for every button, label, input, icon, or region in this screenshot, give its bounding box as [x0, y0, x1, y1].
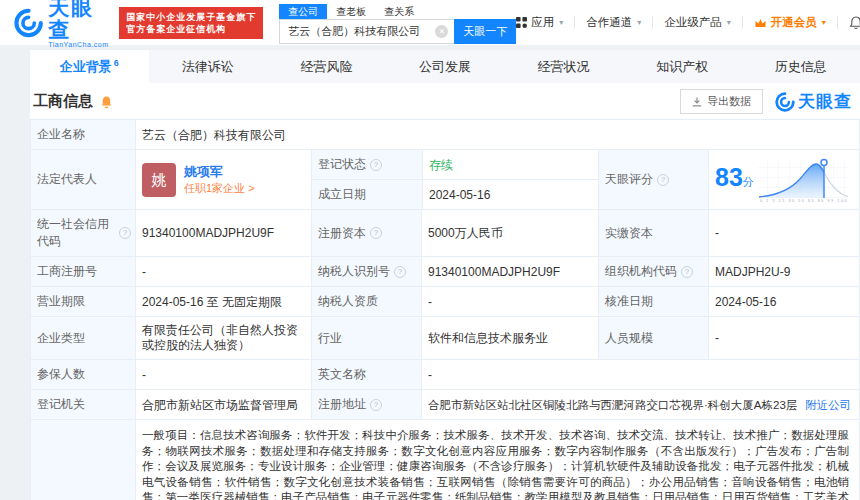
table-row: 登记机关 合肥市新站区市场监督管理局 注册地址? 合肥市新站区站北社区铜陵北路与… [31, 389, 859, 419]
legal-rep-link[interactable]: 姚项军 [184, 165, 255, 179]
field-label: 人员规模 [605, 330, 653, 347]
help-icon[interactable]: ? [681, 266, 693, 278]
table-row: 企业名称 艺云（合肥）科技有限公司 [31, 120, 859, 149]
menu-enterprise-label: 企业级产品 [664, 15, 722, 30]
field-label: 营业期限 [37, 293, 85, 310]
tianyancha-watermark-text: 天眼查 [798, 90, 852, 113]
divider [837, 16, 838, 29]
field-label: 天眼评分 [605, 171, 653, 188]
staff-size-value: - [708, 317, 860, 359]
notification-bell[interactable] [849, 15, 860, 30]
score-distribution-chart: 0 1 5 15 30 50 65 80 99 100 [756, 157, 851, 203]
paid-capital-value: - [708, 210, 860, 256]
table-row: 营业期限 2024-05-16 至 无固定期限 纳税人资质 - 核准日期 202… [31, 286, 859, 316]
industry-value: 软件和信息技术服务业 [421, 317, 598, 359]
search-button[interactable]: 天眼一下 [454, 19, 516, 44]
taxpayer-id-value: 91340100MADJPH2U9F [421, 257, 598, 286]
tianyancha-watermark-icon [775, 92, 795, 112]
tianyancha-watermark: 天眼查 [775, 90, 852, 113]
field-label: 注册地址 [318, 396, 366, 413]
field-label: 纳税人资质 [318, 293, 378, 310]
tab-history-info[interactable]: 历史信息 [741, 50, 860, 83]
company-name-value: 艺云（合肥）科技有限公司 [135, 120, 859, 149]
field-label: 企业类型 [37, 330, 85, 347]
score-unit: 分 [743, 175, 754, 189]
field-label: 英文名称 [318, 366, 366, 383]
approval-date-value: 2024-05-16 [708, 287, 860, 316]
search-tab-relation[interactable]: 查关系 [375, 4, 423, 19]
taxpayer-qual-value: - [421, 287, 598, 316]
field-label: 工商注册号 [37, 263, 97, 280]
help-icon[interactable]: ? [657, 174, 669, 186]
field-label: 核准日期 [605, 293, 653, 310]
help-icon[interactable]: ? [119, 227, 131, 239]
export-data-button[interactable]: 导出数据 [680, 89, 763, 114]
tab-legal-litigation[interactable]: 法律诉讼 [149, 50, 268, 83]
company-page-tabs: 企业背景6 法律诉讼 经营风险 公司发展 经营状况 知识产权 历史信息 [30, 50, 860, 83]
help-icon[interactable]: ? [394, 266, 406, 278]
gov-badge-line1: 国家中小企业发展子基金旗下 [126, 11, 256, 23]
legal-rep-companies-link[interactable]: 任职1家企业 > [184, 181, 255, 195]
biz-term-value: 2024-05-16 至 无固定期限 [135, 287, 311, 316]
tab-company-development[interactable]: 公司发展 [386, 50, 505, 83]
table-row: 参保人数 - 英文名称 - [31, 359, 859, 389]
top-header: 天眼查 TianYanCha.com 国家中小企业发展子基金旗下 官方备案企业征… [0, 0, 860, 45]
tab-label: 知识产权 [656, 58, 708, 76]
brand-name: 天眼查 [48, 0, 111, 41]
section-title: 工商信息 [33, 92, 93, 111]
tab-label: 法律诉讼 [182, 58, 234, 76]
alert-bell-icon[interactable] [100, 95, 113, 109]
clear-icon[interactable]: ✕ [435, 25, 448, 38]
tab-count-badge: 6 [114, 58, 119, 68]
table-row: 工商注册号 - 纳税人识别号? 91340100MADJPH2U9F 组织机构代… [31, 256, 859, 286]
menu-vip-label: 开通会员 [771, 15, 817, 30]
tianyancha-logo[interactable]: 天眼查 TianYanCha.com [14, 0, 111, 48]
menu-vip[interactable]: 开通会员 ▾ [754, 15, 826, 30]
menu-apps-label: 应用 [531, 15, 554, 30]
score-value: 83 [715, 170, 743, 184]
divider [742, 16, 743, 29]
chevron-down-icon: ▾ [637, 18, 641, 27]
tab-label: 经营状况 [538, 58, 590, 76]
english-name-value: - [421, 360, 859, 389]
brand-domain: TianYanCha.com [48, 41, 111, 48]
bell-icon [849, 15, 860, 30]
search-tabs: 查公司 查老板 查关系 [279, 4, 516, 19]
table-row: 统一社会信用代码? 91340100MADJPH2U9F 注册资本? 5000万… [31, 209, 859, 256]
menu-enterprise-products[interactable]: 企业级产品 ▾ [664, 15, 731, 30]
divider [574, 16, 575, 29]
search-tab-boss[interactable]: 查老板 [327, 4, 375, 19]
tab-label: 企业背景 [60, 58, 112, 76]
field-label: 注册资本 [318, 225, 366, 242]
org-code-value: MADJPH2U-9 [708, 257, 860, 286]
field-label: 成立日期 [318, 186, 366, 203]
credit-code-value: 91340100MADJPH2U9F [135, 210, 311, 256]
help-icon[interactable]: ? [370, 159, 382, 171]
search-module: 查公司 查老板 查关系 ✕ 天眼一下 [279, 4, 516, 44]
field-label: 登记机关 [37, 396, 85, 413]
nearby-companies-link[interactable]: 附近公司 [805, 398, 851, 412]
business-info-table: 企业名称 艺云（合肥）科技有限公司 法定代表人 姚 姚项军 任职1家企业 > 登… [30, 119, 860, 500]
table-row: 经营范围? 一般项目：信息技术咨询服务；软件开发；科技中介服务；技术服务、技术开… [31, 419, 859, 500]
help-icon[interactable]: ? [370, 227, 382, 239]
search-input[interactable] [279, 19, 454, 44]
field-label: 企业名称 [37, 126, 85, 143]
tab-label: 经营风险 [300, 58, 352, 76]
field-label: 组织机构代码 [605, 263, 677, 280]
table-row: 企业类型 有限责任公司（非自然人投资或控股的法人独资） 行业 软件和信息技术服务… [31, 316, 859, 359]
tianyan-score-cell[interactable]: 83 分 [708, 150, 860, 209]
table-row: 法定代表人 姚 姚项军 任职1家企业 > 登记状态? 存续 成立日期 2 [31, 149, 859, 209]
tab-operation-status[interactable]: 经营状况 [504, 50, 623, 83]
tab-intellectual-property[interactable]: 知识产权 [623, 50, 742, 83]
company-type-value: 有限责任公司（非自然人投资或控股的法人独资） [135, 317, 311, 359]
tab-operation-risk[interactable]: 经营风险 [267, 50, 386, 83]
avatar[interactable]: 姚 [142, 163, 176, 197]
search-tab-company[interactable]: 查公司 [279, 4, 327, 19]
help-icon[interactable]: ? [370, 399, 382, 411]
menu-apps[interactable]: 应用 ▾ [516, 15, 563, 30]
business-info-card: 工商信息 导出数据 [30, 83, 860, 500]
gov-badge-line2: 官方备案企业征信机构 [126, 23, 256, 35]
divider [652, 16, 653, 29]
menu-cooperation[interactable]: 合作通道 ▾ [586, 15, 641, 30]
tab-company-background[interactable]: 企业背景6 [30, 50, 149, 83]
